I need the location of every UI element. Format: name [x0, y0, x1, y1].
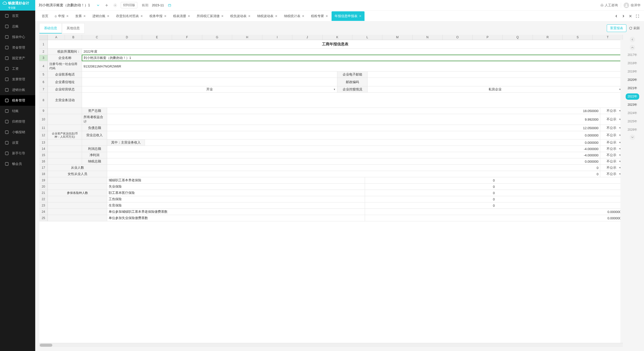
year-option[interactable]: 2026年: [626, 127, 639, 133]
sidebar-item-vip[interactable]: 畅会员: [0, 159, 35, 169]
cell[interactable]: [82, 78, 337, 86]
sidebar-item-archive[interactable]: 归档管理: [0, 116, 35, 127]
close-icon[interactable]: ✕: [188, 14, 190, 18]
column-header[interactable]: R: [533, 35, 563, 40]
row-number[interactable]: 9: [39, 108, 48, 114]
gear-icon[interactable]: [112, 2, 118, 8]
close-icon[interactable]: ✕: [83, 14, 86, 18]
year-option[interactable]: 2019年: [626, 68, 639, 75]
row-number[interactable]: 17: [39, 165, 48, 171]
sidebar-item-fund[interactable]: 资金管理: [0, 42, 35, 53]
tab[interactable]: 纳税统计表✕: [281, 11, 307, 21]
collapse-panel-icon[interactable]: [630, 37, 635, 42]
row-number[interactable]: 5: [39, 72, 48, 78]
row-number[interactable]: 10: [39, 114, 48, 125]
row-number[interactable]: 23: [39, 202, 48, 208]
column-header[interactable]: I: [262, 35, 292, 40]
close-icon[interactable]: ✕: [359, 14, 361, 18]
period-value[interactable]: 2023-11: [152, 3, 164, 7]
cell-value[interactable]: 0: [365, 190, 623, 196]
column-header[interactable]: F: [172, 35, 202, 40]
user-menu[interactable]: 徐泽华: [621, 3, 640, 8]
sidebar-item-report[interactable]: 报表中心: [0, 32, 35, 42]
cell-value[interactable]: 0: [107, 171, 600, 177]
column-header[interactable]: B: [65, 35, 82, 40]
sidebar-item-home[interactable]: 首页: [0, 11, 35, 21]
column-header[interactable]: T: [593, 35, 623, 40]
cell-selected[interactable]: 刘小艳演示账套（勿删勿动！）1: [82, 55, 623, 61]
sidebar-item-invoice[interactable]: 发票管理: [0, 74, 35, 85]
vertical-scrollbar[interactable]: [620, 40, 623, 343]
cell-value[interactable]: 18.050000: [107, 108, 600, 114]
close-icon[interactable]: ✕: [66, 14, 69, 18]
cell[interactable]: [368, 72, 623, 78]
tab[interactable]: 税表清册✕: [170, 11, 193, 21]
dropdown[interactable]: 开业: [82, 86, 337, 92]
column-header[interactable]: G: [202, 35, 232, 40]
year-option[interactable]: 2025年: [626, 118, 639, 125]
column-header[interactable]: P: [473, 35, 503, 40]
year-down-icon[interactable]: [630, 134, 635, 140]
column-header[interactable]: E: [142, 35, 172, 40]
sub-tab[interactable]: 其他信息: [62, 23, 85, 33]
year-option[interactable]: 2024年: [626, 110, 639, 116]
cell-value[interactable]: 0.000000: [145, 139, 600, 146]
spreadsheet[interactable]: ABCDEFGHIJKLMNOPQRST 1工商年报信息表2税款所属期间：202…: [39, 35, 623, 347]
row-number[interactable]: 16: [39, 158, 48, 164]
tab[interactable]: 首页: [39, 11, 51, 21]
dropdown[interactable]: 不公示: [600, 165, 623, 171]
row-number[interactable]: 2: [39, 49, 48, 55]
cell-value[interactable]: 0.000000: [365, 209, 623, 215]
row-number[interactable]: 11: [39, 125, 48, 131]
year-up-icon[interactable]: [630, 45, 635, 50]
cell[interactable]: 91320811MA7NGR2W6R: [82, 61, 623, 71]
row-number[interactable]: 7: [39, 86, 48, 92]
tabs-close-all-icon[interactable]: [627, 13, 633, 19]
row-number[interactable]: 21: [39, 190, 48, 196]
sub-tab[interactable]: 基础信息: [39, 23, 62, 33]
tab[interactable]: 税检专家✕: [308, 11, 331, 21]
year-option[interactable]: 2023年: [626, 102, 639, 108]
column-header[interactable]: A: [48, 35, 65, 40]
cell-value[interactable]: 0: [365, 196, 623, 202]
column-header[interactable]: C: [82, 35, 112, 40]
cell[interactable]: [82, 72, 337, 78]
row-number[interactable]: 18: [39, 171, 48, 177]
column-header[interactable]: Q: [503, 35, 533, 40]
close-icon[interactable]: ✕: [140, 14, 143, 18]
dropdown[interactable]: 不公示: [600, 171, 623, 177]
column-header[interactable]: S: [563, 35, 593, 40]
tabs-next-icon[interactable]: [620, 13, 626, 19]
tabs-prev-icon[interactable]: [613, 13, 619, 19]
row-number[interactable]: 8: [39, 93, 48, 108]
cell-value[interactable]: 12.050000: [107, 125, 600, 131]
cell-value[interactable]: 0: [365, 202, 623, 208]
sidebar-item-close[interactable]: 结账: [0, 106, 35, 116]
row-number[interactable]: 14: [39, 146, 48, 152]
dropdown[interactable]: 私营企业: [368, 86, 623, 92]
row-number[interactable]: 24: [39, 209, 48, 215]
close-icon[interactable]: ✕: [326, 14, 328, 18]
row-number[interactable]: 1: [39, 40, 48, 48]
column-header[interactable]: J: [292, 35, 322, 40]
row-number[interactable]: 22: [39, 196, 48, 202]
dropdown[interactable]: 不公示: [600, 125, 623, 131]
dropdown[interactable]: 不公示: [600, 131, 623, 139]
account-selector[interactable]: 刘小艳演示账套（勿删勿动！）1: [39, 3, 103, 8]
tab[interactable]: 年报信息申报表✕: [332, 11, 365, 21]
reset-report-button[interactable]: 重置报表: [607, 24, 626, 32]
cell-value[interactable]: 0.000000: [365, 215, 623, 221]
cell-value[interactable]: 0: [365, 184, 623, 190]
tab[interactable]: 进销台账✕: [89, 11, 112, 21]
dropdown[interactable]: 不公示: [600, 152, 623, 158]
close-icon[interactable]: ✕: [248, 14, 251, 18]
tab[interactable]: ⎙申报✕: [52, 11, 72, 21]
column-header[interactable]: H: [232, 35, 262, 40]
row-number[interactable]: 6: [39, 78, 48, 86]
sidebar-item-salary[interactable]: 工资: [0, 63, 35, 74]
row-number[interactable]: 4: [39, 61, 48, 71]
cell[interactable]: 2022年度: [82, 49, 623, 55]
close-icon[interactable]: ✕: [164, 14, 167, 18]
cell-value[interactable]: 0.000000: [107, 158, 600, 164]
sidebar-item-tax[interactable]: 税务管理: [0, 95, 35, 106]
